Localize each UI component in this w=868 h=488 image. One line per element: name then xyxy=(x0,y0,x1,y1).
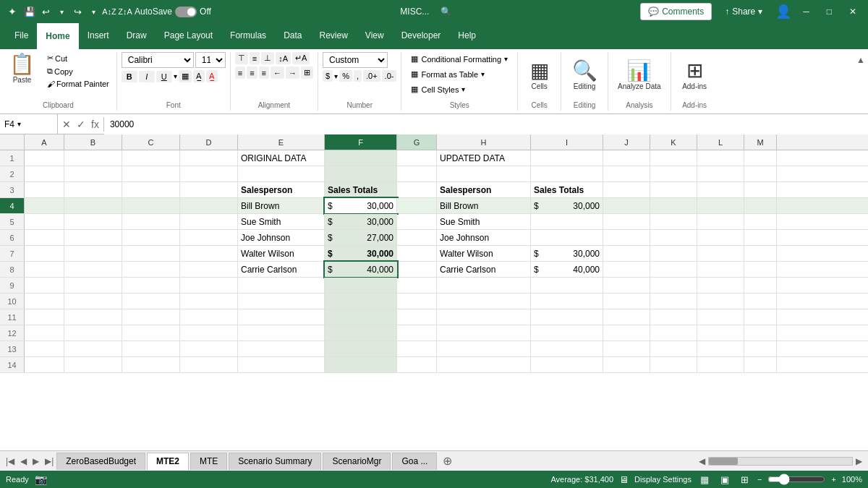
cell-f3[interactable]: Sales Totals xyxy=(325,182,397,197)
row-num-5[interactable]: 5 xyxy=(0,214,25,229)
cell-f2[interactable] xyxy=(325,166,397,181)
cell-a2[interactable] xyxy=(25,166,64,181)
cell-h4[interactable]: Bill Brown xyxy=(437,198,531,213)
cell-j3[interactable] xyxy=(603,182,650,197)
cell-h2[interactable] xyxy=(437,166,531,181)
tab-insert[interactable]: Insert xyxy=(79,23,118,49)
cell-e1[interactable]: ORIGINAL DATA xyxy=(238,150,325,166)
underline-dropdown[interactable]: ▾ xyxy=(174,72,177,80)
search-icon[interactable]: 🔍 xyxy=(441,7,451,17)
comments-button[interactable]: 💬 Comments xyxy=(640,3,712,20)
cell-a5[interactable] xyxy=(25,214,64,229)
editing-button[interactable]: 🔍 Editing xyxy=(567,59,603,93)
tab-developer[interactable]: Developer xyxy=(393,23,450,49)
sort-az-icon[interactable]: A↕Z xyxy=(103,5,116,18)
undo-dropdown-icon[interactable]: ▾ xyxy=(55,5,68,18)
cell-c3[interactable] xyxy=(122,182,180,197)
cell-b2[interactable] xyxy=(64,166,122,181)
scroll-left-icon[interactable]: ◀ xyxy=(696,455,708,468)
cell-d4[interactable] xyxy=(180,198,238,213)
col-header-c[interactable]: C xyxy=(122,134,180,150)
sort-za-icon[interactable]: Z↕A xyxy=(119,5,132,18)
redo-dropdown-icon[interactable]: ▾ xyxy=(87,5,100,18)
collapse-icon[interactable]: ▲ xyxy=(856,55,865,65)
tab-draw[interactable]: Draw xyxy=(118,23,156,49)
cell-m2[interactable] xyxy=(744,166,777,181)
save-icon[interactable]: 💾 xyxy=(23,5,36,18)
col-header-f[interactable]: F xyxy=(325,134,397,150)
cell-styles-dropdown[interactable]: ▾ xyxy=(461,85,465,93)
cell-m7[interactable] xyxy=(744,246,777,261)
horizontal-scroll-thumb[interactable] xyxy=(709,458,738,465)
scroll-right-icon[interactable]: ▶ xyxy=(853,455,865,468)
align-center-button[interactable]: ≡ xyxy=(247,67,257,79)
conditional-formatting-dropdown[interactable]: ▾ xyxy=(504,55,508,63)
cell-h7[interactable]: Walter Wilson xyxy=(437,246,531,261)
cell-k6[interactable] xyxy=(650,230,697,245)
cell-e7[interactable]: Walter Wilson xyxy=(238,246,325,261)
bold-button[interactable]: B xyxy=(122,71,137,82)
cell-i4[interactable]: $ 30,000 xyxy=(531,198,603,213)
cell-i3[interactable]: Sales Totals xyxy=(531,182,603,197)
cell-g1[interactable] xyxy=(397,150,437,166)
comma-button[interactable]: , xyxy=(354,70,362,82)
cell-h1[interactable]: UPDATED DATA xyxy=(437,150,531,166)
col-header-e[interactable]: E xyxy=(238,134,325,150)
cell-c6[interactable] xyxy=(122,230,180,245)
display-settings-icon[interactable]: 🖥 xyxy=(619,474,629,485)
align-middle-button[interactable]: ≡ xyxy=(250,52,260,64)
italic-button[interactable]: I xyxy=(139,71,155,82)
zoom-out-icon[interactable]: − xyxy=(757,475,762,484)
col-header-a[interactable]: A xyxy=(25,134,64,150)
row-num-6[interactable]: 6 xyxy=(0,230,25,245)
col-header-b[interactable]: B xyxy=(64,134,122,150)
paste-button[interactable]: 📋 Paste xyxy=(4,52,40,86)
format-as-table-button[interactable]: ▦ Format as Table ▾ xyxy=(406,67,490,81)
tab-file[interactable]: File xyxy=(6,23,37,49)
cell-f4[interactable]: $ 30,000 xyxy=(325,198,397,213)
copy-button[interactable]: ⧉ Copy xyxy=(44,65,112,77)
col-header-j[interactable]: J xyxy=(603,134,650,150)
decrease-decimal-button[interactable]: .0- xyxy=(382,70,397,82)
page-layout-view-button[interactable]: ▣ xyxy=(718,473,732,487)
row-num-2[interactable]: 2 xyxy=(0,166,25,181)
align-bottom-button[interactable]: ⊥ xyxy=(261,52,274,64)
cell-j8[interactable] xyxy=(603,262,650,277)
align-right-button[interactable]: ≡ xyxy=(259,67,269,79)
cell-j2[interactable] xyxy=(603,166,650,181)
analyze-data-button[interactable]: 📊 Analyze Data xyxy=(613,59,665,93)
autosave-toggle[interactable]: AutoSave Off xyxy=(135,7,211,17)
cell-k5[interactable] xyxy=(650,214,697,229)
cell-g6[interactable] xyxy=(397,230,437,245)
cell-d5[interactable] xyxy=(180,214,238,229)
cell-h6[interactable]: Joe Johnson xyxy=(437,230,531,245)
cell-b6[interactable] xyxy=(64,230,122,245)
cell-d3[interactable] xyxy=(180,182,238,197)
cancel-icon[interactable]: ✕ xyxy=(61,117,72,132)
cell-l2[interactable] xyxy=(697,166,744,181)
cell-m1[interactable] xyxy=(744,150,777,166)
cell-e4[interactable]: Bill Brown xyxy=(238,198,325,213)
corner-header[interactable] xyxy=(0,134,25,150)
sheet-nav-prev[interactable]: ◀ xyxy=(17,455,30,468)
font-name-selector[interactable]: Calibri xyxy=(122,52,194,68)
row-num-10[interactable]: 10 xyxy=(0,294,25,309)
tab-data[interactable]: Data xyxy=(275,23,310,49)
fill-color-button[interactable]: A̲ xyxy=(193,70,205,82)
cell-f1[interactable] xyxy=(325,150,397,166)
underline-button[interactable]: U xyxy=(156,71,172,82)
cell-m5[interactable] xyxy=(744,214,777,229)
row-num-11[interactable]: 11 xyxy=(0,309,25,325)
user-icon[interactable]: 👤 xyxy=(775,4,791,20)
col-header-i[interactable]: I xyxy=(531,134,603,150)
tab-page-layout[interactable]: Page Layout xyxy=(156,23,221,49)
col-header-h[interactable]: H xyxy=(437,134,531,150)
col-header-m[interactable]: M xyxy=(744,134,777,150)
addins-button[interactable]: ⊞ Add-ins xyxy=(677,59,712,93)
cell-e2[interactable] xyxy=(238,166,325,181)
cell-m6[interactable] xyxy=(744,230,777,245)
conditional-formatting-button[interactable]: ▦ Conditional Formatting ▾ xyxy=(406,52,513,66)
cell-g8[interactable] xyxy=(397,262,437,277)
accounting-dropdown[interactable]: ▾ xyxy=(334,72,338,80)
sheet-nav-next[interactable]: ▶ xyxy=(30,455,42,468)
